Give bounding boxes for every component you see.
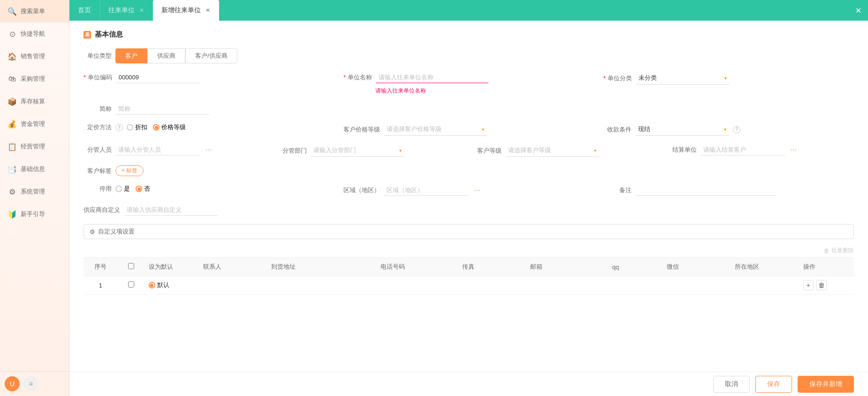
row-email-input[interactable] [530, 282, 604, 289]
form-row-disable: 停用 是 否 区域（地区） ··· 备注 [84, 185, 854, 196]
remark-input[interactable] [635, 185, 776, 196]
tag-add-button[interactable]: + 标签 [115, 165, 144, 176]
sidebar-item-label: 快捷导航 [21, 30, 45, 38]
sidebar-item-guide[interactable]: 🔰 新手引导 [0, 203, 69, 225]
tab-new-unit-label: 新增往来单位 [161, 6, 201, 15]
sidebar: 🔍 搜索菜单 ⊙ 快捷导航 🏠 销售管理 🛍 采购管理 📦 库存核算 💰 资金管… [0, 0, 69, 396]
unit-name-input[interactable] [376, 72, 488, 83]
content-area: 基 基本信息 单位类型 客户 供应商 客户/供应商 单位编码 单位名称 [69, 21, 868, 372]
row-address-input[interactable] [271, 282, 373, 289]
row-phone-input[interactable] [381, 282, 455, 289]
col-phone: 电话号码 [377, 258, 458, 276]
disable-radio-group: 是 否 [115, 185, 150, 193]
manager-input[interactable] [115, 144, 200, 155]
close-all-button[interactable]: ✕ [849, 0, 868, 21]
row-qq-input[interactable] [612, 282, 659, 289]
sidebar-item-basic[interactable]: 📑 基础信息 [0, 158, 69, 180]
settlement-input[interactable] [700, 144, 785, 155]
unit-code-input[interactable] [116, 72, 200, 83]
dept-select[interactable]: 请输入分管部门 ▾ [311, 144, 404, 157]
save-add-button[interactable]: 保存并新增 [798, 376, 854, 393]
quicknav-icon: ⊙ [8, 29, 17, 39]
form-item-supplier-custom: 供应商自定义 [84, 204, 854, 216]
gear-icon: ⚙ [90, 228, 95, 235]
sidebar-item-label: 经营管理 [21, 142, 45, 151]
type-btn-both[interactable]: 客户/供应商 [185, 48, 237, 63]
alias-input[interactable] [115, 103, 209, 115]
sidebar-item-inventory[interactable]: 📦 库存核算 [0, 90, 69, 113]
form-item-unit-category: 单位分类 未分类 ▾ [603, 72, 854, 85]
row-add-button[interactable]: + [803, 280, 814, 290]
chevron-down-icon: ▾ [724, 127, 726, 132]
pricing-discount-radio[interactable]: 折扣 [127, 123, 147, 132]
manager-more-icon[interactable]: ··· [204, 146, 213, 154]
row-region-input[interactable] [735, 282, 795, 289]
sidebar-item-label: 新手引导 [21, 210, 45, 218]
tag-label: 客户标签 [84, 167, 112, 175]
row-checkbox[interactable] [128, 281, 134, 287]
cancel-button[interactable]: 取消 [713, 376, 750, 393]
supplier-custom-label: 供应商自定义 [84, 206, 120, 214]
tab-new-unit[interactable]: 新增往来单位 ✕ [153, 0, 219, 21]
finance-icon: 💰 [8, 119, 17, 129]
system-icon: ⚙ [8, 187, 17, 196]
disable-label: 停用 [84, 185, 112, 193]
type-btn-supplier[interactable]: 供应商 [147, 48, 185, 63]
select-all-checkbox[interactable] [128, 263, 134, 269]
sidebar-item-finance[interactable]: 💰 资金管理 [0, 113, 69, 135]
custom-settings-button[interactable]: ⚙ 自定义项设置 [84, 224, 854, 239]
alias-label: 简称 [84, 105, 112, 113]
supplier-custom-input[interactable] [124, 204, 218, 216]
tab-unit-list-close[interactable]: ✕ [139, 7, 144, 14]
row-default-radio[interactable]: 默认 [149, 281, 196, 289]
sidebar-item-system[interactable]: ⚙ 系统管理 [0, 180, 69, 203]
tab-home[interactable]: 首页 [69, 0, 100, 21]
region-input[interactable] [384, 185, 468, 196]
save-button[interactable]: 保存 [755, 376, 792, 393]
settlement-more-icon[interactable]: ··· [789, 146, 799, 154]
settlement-label: 结算单位 [669, 146, 697, 154]
unit-category-select[interactable]: 未分类 ▾ [636, 72, 730, 85]
customer-level-select[interactable]: 请选择客户等级 ▾ [505, 144, 599, 157]
pricing-level-radio[interactable]: 价格等级 [153, 123, 186, 132]
disable-yes-radio[interactable]: 是 [115, 185, 130, 193]
tab-new-unit-close[interactable]: ✕ [206, 7, 210, 14]
table-header-row: 序号 设为默认 联系人 到货地址 电话号码 传真 邮箱 qq 微信 所在地区 操… [84, 258, 854, 276]
form-item-region: 区域（地区） ··· [343, 185, 594, 196]
col-qq: qq [609, 258, 663, 276]
tab-unit-list[interactable]: 往来单位 ✕ [100, 0, 153, 21]
row-fax-cell [458, 276, 526, 295]
row-action-cell: + 🗑 [799, 276, 854, 295]
expand-btn[interactable]: ≡ [23, 376, 38, 391]
delete-icon: 🗑 [824, 248, 830, 254]
price-level-select[interactable]: 请选择客户价格等级 ▾ [384, 123, 487, 136]
row-fax-input[interactable] [462, 282, 523, 289]
row-wechat-cell [663, 276, 731, 295]
table-toolbar: 🗑 批量删除 [84, 247, 854, 255]
row-delete-button[interactable]: 🗑 [816, 280, 827, 290]
region-more-icon[interactable]: ··· [472, 186, 482, 194]
payment-terms-label: 收款条件 [603, 125, 632, 134]
batch-delete-button[interactable]: 🗑 批量删除 [824, 247, 854, 255]
pricing-radio-group: 折扣 价格等级 [127, 123, 186, 132]
discount-radio-circle [127, 124, 133, 131]
form-row-alias: 简称 [84, 103, 854, 115]
row-qq-cell [609, 276, 663, 295]
type-btn-customer[interactable]: 客户 [115, 48, 147, 63]
payment-terms-select[interactable]: 现结 ▾ [635, 123, 729, 136]
payment-help-icon[interactable]: ? [733, 126, 740, 133]
dept-placeholder: 请输入分管部门 [313, 146, 356, 155]
sidebar-item-business[interactable]: 📋 经营管理 [0, 135, 69, 158]
sidebar-item-search[interactable]: 🔍 搜索菜单 [0, 0, 69, 23]
user-avatar[interactable]: U [5, 376, 20, 391]
level-radio-circle [153, 124, 160, 131]
sidebar-item-quicknav[interactable]: ⊙ 快捷导航 [0, 23, 69, 45]
sidebar-item-purchase[interactable]: 🛍 采购管理 [0, 68, 69, 90]
sidebar-item-sales[interactable]: 🏠 销售管理 [0, 45, 69, 68]
disable-no-radio[interactable]: 否 [136, 185, 150, 193]
row-address-cell [267, 276, 376, 295]
pricing-help-icon[interactable]: ? [115, 124, 123, 131]
row-region-cell [731, 276, 799, 295]
row-contact-input[interactable] [203, 282, 264, 289]
row-wechat-input[interactable] [667, 282, 727, 289]
